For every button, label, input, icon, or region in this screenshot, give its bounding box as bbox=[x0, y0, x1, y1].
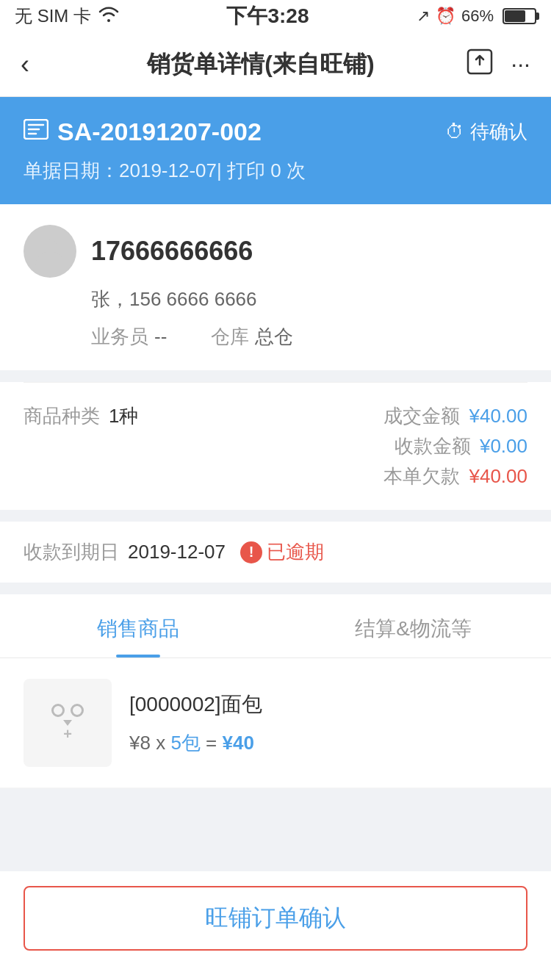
battery-percent: 66% bbox=[461, 7, 494, 26]
customer-name: 张，156 6666 6666 bbox=[24, 287, 527, 312]
product-info: [0000002]面包 ¥8 x 5包 = ¥40 bbox=[129, 691, 527, 756]
salesman-info: 业务员 -- bbox=[91, 324, 167, 350]
debt-value: ¥40.00 bbox=[469, 465, 527, 488]
nav-bar: ‹ 销货单详情(来自旺铺) ··· bbox=[0, 32, 551, 97]
product-type-label: 商品种类 bbox=[24, 403, 100, 429]
confirm-button[interactable]: 旺铺订单确认 bbox=[24, 886, 527, 951]
status-icon: ⏱ bbox=[445, 120, 464, 143]
status-time: 下午3:28 bbox=[226, 2, 309, 30]
customer-phone: 17666666666 bbox=[91, 236, 253, 267]
product-price: ¥8 x 5包 = ¥40 bbox=[129, 730, 527, 756]
product-type-value: 1种 bbox=[109, 403, 138, 429]
tabs-row: 销售商品 结算&物流等 bbox=[0, 594, 551, 658]
overdue-text: 已逾期 bbox=[267, 539, 324, 565]
status-text: 待确认 bbox=[470, 119, 527, 145]
location-icon: ↗ bbox=[417, 7, 430, 26]
share-icon[interactable] bbox=[467, 48, 493, 81]
product-name: [0000002]面包 bbox=[129, 691, 527, 718]
more-icon[interactable]: ··· bbox=[511, 51, 530, 78]
status-left: 无 SIM 卡 bbox=[15, 4, 119, 28]
carrier-label: 无 SIM 卡 bbox=[15, 4, 91, 28]
overdue-icon: ! bbox=[240, 541, 262, 563]
amount-label: 成交金额 bbox=[383, 403, 460, 429]
overdue-badge: ! 已逾期 bbox=[240, 539, 324, 565]
received-label: 收款金额 bbox=[395, 433, 471, 459]
customer-section: 17666666666 张，156 6666 6666 业务员 -- 仓库 总仓 bbox=[0, 204, 551, 370]
product-item: + [0000002]面包 ¥8 x 5包 = ¥40 bbox=[0, 658, 551, 788]
salesman-value: -- bbox=[154, 325, 167, 348]
product-section: + [0000002]面包 ¥8 x 5包 = ¥40 bbox=[0, 658, 551, 788]
tab-sales-products[interactable]: 销售商品 bbox=[0, 594, 276, 657]
due-section: 收款到期日 2019-12-07 ! 已逾期 bbox=[0, 522, 551, 583]
warehouse-info: 仓库 总仓 bbox=[211, 324, 293, 350]
amount-value: ¥40.00 bbox=[469, 405, 527, 428]
status-right: ↗ ⏰ 66% bbox=[417, 7, 536, 26]
tab-settlement[interactable]: 结算&物流等 bbox=[276, 594, 551, 657]
back-button[interactable]: ‹ bbox=[21, 49, 65, 80]
page-title: 销货单详情(来自旺铺) bbox=[65, 48, 457, 81]
received-value: ¥0.00 bbox=[480, 435, 527, 458]
warehouse-value: 总仓 bbox=[255, 324, 293, 350]
order-icon bbox=[24, 119, 48, 145]
order-header: SA-20191207-002 ⏱ 待确认 单据日期：2019-12-07| 打… bbox=[0, 97, 551, 204]
debt-label: 本单欠款 bbox=[383, 464, 460, 489]
product-thumbnail: + bbox=[24, 679, 112, 767]
summary-section: 商品种类 1种 成交金额 ¥40.00 收款金额 ¥0.00 本单欠款 ¥40.… bbox=[0, 382, 551, 510]
alarm-icon: ⏰ bbox=[436, 7, 455, 26]
order-date: 单据日期：2019-12-07| 打印 0 次 bbox=[24, 158, 527, 184]
nav-actions: ··· bbox=[457, 48, 530, 81]
bottom-bar: 旺铺订单确认 bbox=[0, 871, 551, 980]
order-status: ⏱ 待确认 bbox=[445, 119, 527, 145]
status-bar: 无 SIM 卡 下午3:28 ↗ ⏰ 66% bbox=[0, 0, 551, 32]
wifi-icon bbox=[98, 6, 119, 26]
tabs-section: 销售商品 结算&物流等 bbox=[0, 594, 551, 658]
order-id: SA-20191207-002 bbox=[24, 118, 262, 146]
avatar bbox=[24, 225, 76, 278]
battery-icon bbox=[503, 8, 536, 24]
